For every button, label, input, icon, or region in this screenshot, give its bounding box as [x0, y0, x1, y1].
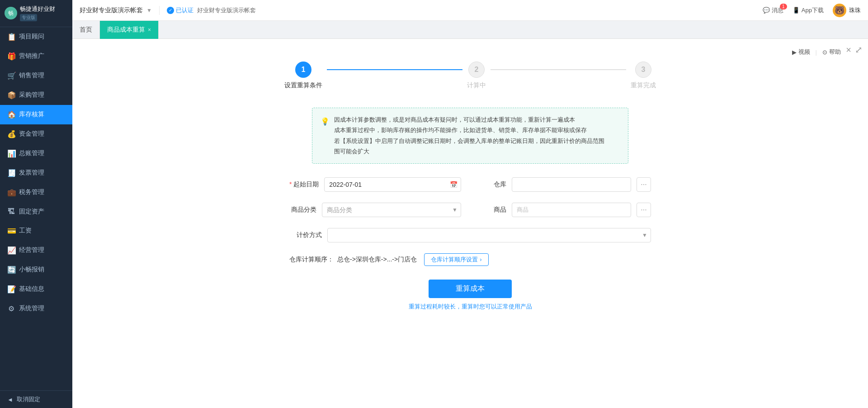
goods-label: 商品	[479, 206, 506, 214]
category-select[interactable]: 商品分类	[322, 203, 461, 217]
sidebar-item-business[interactable]: 📈 经营管理	[0, 241, 72, 260]
warehouse-input[interactable]	[512, 177, 631, 192]
page-inner: × ⤢ ▶ 视频 | ⊙ 帮助 1	[72, 39, 868, 408]
sidebar-item-expense[interactable]: 🔄 小畅报销	[0, 260, 72, 280]
sidebar-item-assets[interactable]: 🏗 固定资产	[0, 202, 72, 221]
sidebar-item-label: 销售管理	[19, 71, 44, 80]
tab-recalc[interactable]: 商品成本重算 ×	[100, 21, 159, 39]
step-2-circle: 2	[468, 62, 485, 78]
sidebar-item-label: 税务管理	[19, 188, 44, 196]
message-button[interactable]: 💬 消息 1	[763, 6, 783, 14]
recalc-button[interactable]: 重算成本	[429, 280, 512, 298]
step-2: 2 计算中	[467, 62, 486, 90]
info-box: 💡 因成本计算参数调整，或是对商品成本有疑问时，可以通过成本重算功能，重新计算一…	[312, 108, 628, 164]
inventory-icon: 🏠	[7, 110, 15, 119]
sidebar-item-label: 基础信息	[19, 285, 44, 293]
tab-home[interactable]: 首页	[72, 21, 100, 39]
warehouse-label: 仓库	[479, 180, 506, 189]
goods-input[interactable]: 商品	[512, 203, 631, 217]
sidebar-item-system[interactable]: ⚙ 系统管理	[0, 299, 72, 318]
basic-icon: 📝	[7, 285, 15, 294]
ledger-icon: 📊	[7, 149, 15, 158]
cancel-pin-label: 取消固定	[17, 395, 40, 403]
sidebar-item-label: 采购管理	[19, 91, 44, 99]
goods-more-button[interactable]: ···	[637, 203, 651, 217]
start-date-label: 起始日期	[289, 180, 319, 189]
marketing-icon: 🎁	[7, 52, 15, 61]
avatar: 🐻	[833, 4, 846, 17]
steps: 1 设置重算条件 2 计算中 3 重算完成	[90, 52, 850, 94]
verified-text: 已认证	[176, 6, 193, 14]
recalc-hint: 重算过程耗时较长，重算时您可以正常使用产品	[409, 303, 532, 311]
project-icon: 📋	[7, 33, 15, 41]
username: 珠珠	[849, 6, 861, 14]
category-label: 商品分类	[289, 206, 316, 214]
sidebar-item-payroll[interactable]: 💳 工资	[0, 221, 72, 241]
account-name: 好业财专业版演示帐套	[80, 6, 143, 14]
expand-button[interactable]: ⤢	[855, 44, 863, 55]
sidebar-item-marketing[interactable]: 🎁 营销推广	[0, 47, 72, 66]
sidebar-item-basic[interactable]: 📝 基础信息	[0, 280, 72, 299]
form-row-3: 计价方式 ▼	[289, 228, 651, 242]
goods-group: 商品 商品 ···	[479, 203, 651, 217]
calendar-icon[interactable]: 📅	[450, 181, 458, 188]
sidebar-item-purchase[interactable]: 📦 采购管理	[0, 85, 72, 105]
step-3-circle: 3	[635, 62, 651, 78]
topbar-actions: 💬 消息 1 📱 App下载 🐻 珠珠	[763, 4, 861, 17]
content-area: × ⤢ ▶ 视频 | ⊙ 帮助 1	[72, 39, 868, 408]
sidebar-item-project[interactable]: 📋 项目顾问	[0, 27, 72, 47]
tax-icon: 💼	[7, 188, 15, 197]
sidebar-item-inventory[interactable]: 🏠 库存核算	[0, 105, 72, 124]
message-icon: 💬	[763, 7, 770, 14]
warehouse-more-button[interactable]: ···	[637, 177, 651, 192]
start-date-input[interactable]	[324, 177, 461, 192]
step-1-circle: 1	[295, 62, 311, 78]
lightbulb-icon: 💡	[321, 115, 330, 157]
step-1-num: 1	[302, 66, 306, 74]
app-download-label: App下载	[802, 6, 824, 14]
form-row-2: 商品分类 商品分类 ▼ 商品 商品 ···	[289, 203, 651, 217]
company-name: 好业财专业版演示帐套	[197, 6, 256, 14]
shield-icon: ✓	[167, 7, 174, 14]
sales-icon: 🛒	[7, 71, 15, 80]
start-date-input-wrapper: 📅	[324, 177, 461, 192]
sidebar-item-label: 小畅报销	[19, 266, 44, 274]
main-area: 好业财专业版演示帐套 ▼ ✓ 已认证 好业财专业版演示帐套 💬 消息 1 📱 A…	[72, 0, 868, 408]
category-group: 商品分类 商品分类 ▼	[289, 203, 461, 217]
step-1: 1 设置重算条件	[284, 62, 322, 90]
phone-icon: 📱	[793, 7, 800, 14]
account-selector[interactable]: 好业财专业版演示帐套 ▼	[80, 6, 152, 14]
tabbar: 首页 商品成本重算 ×	[72, 21, 868, 39]
sidebar-item-label: 固定资产	[19, 208, 44, 216]
sidebar-item-tax[interactable]: 💼 税务管理	[0, 183, 72, 202]
step-3-label: 重算完成	[631, 81, 656, 90]
invoice-icon: 🧾	[7, 169, 15, 177]
form-area: 起始日期 📅 仓库 ··· 商品分类	[289, 177, 651, 311]
sidebar-item-finance[interactable]: 💰 资金管理	[0, 124, 72, 144]
sidebar-item-label: 库存核算	[19, 110, 44, 119]
sidebar-item-sales[interactable]: 🛒 销售管理	[0, 66, 72, 85]
tab-home-label: 首页	[80, 26, 92, 34]
finance-icon: 💰	[7, 130, 15, 138]
step-2-num: 2	[475, 66, 479, 74]
step-3: 3 重算完成	[631, 62, 656, 90]
step-connector-2	[491, 69, 626, 70]
tab-close-icon[interactable]: ×	[148, 27, 151, 33]
sidebar-item-ledger[interactable]: 📊 总账管理	[0, 144, 72, 163]
step-1-label: 设置重算条件	[284, 81, 322, 90]
system-icon: ⚙	[7, 304, 15, 313]
wh-order-settings-button[interactable]: 仓库计算顺序设置 ›	[424, 253, 488, 266]
logo-sub: 专业版	[20, 14, 37, 21]
payroll-icon: 💳	[7, 227, 15, 235]
pricing-select-wrapper: ▼	[327, 228, 651, 242]
purchase-icon: 📦	[7, 91, 15, 100]
step-connector-1	[327, 69, 462, 70]
sidebar-item-invoice[interactable]: 🧾 发票管理	[0, 163, 72, 183]
sidebar-item-label: 经营管理	[19, 246, 44, 254]
user-menu[interactable]: 🐻 珠珠	[833, 4, 861, 17]
app-download-button[interactable]: 📱 App下载	[793, 6, 824, 14]
sidebar-cancel-pin[interactable]: ◄ 取消固定	[0, 390, 72, 408]
assets-icon: 🏗	[7, 208, 15, 216]
sidebar-item-label: 系统管理	[19, 304, 44, 313]
pricing-select[interactable]	[327, 228, 651, 242]
